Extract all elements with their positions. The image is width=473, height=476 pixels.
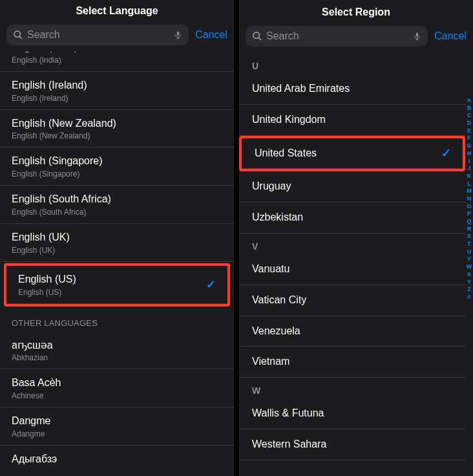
header: Select Region (239, 0, 473, 22)
region-item-label: Wallis & Futuna (252, 407, 452, 420)
language-item[interactable]: English (Ireland)English (Ireland) (0, 72, 234, 110)
index-letter[interactable]: A (467, 97, 472, 105)
cancel-button[interactable]: Cancel (434, 30, 467, 42)
region-item-label: Vietnam (252, 355, 452, 369)
svg-rect-2 (177, 32, 179, 36)
region-item[interactable]: Wallis & Futuna (239, 398, 465, 429)
index-letter[interactable]: P (467, 210, 471, 218)
language-item[interactable]: DangmeAdangme (0, 407, 234, 446)
language-item-sub: Achinese (12, 391, 222, 400)
language-item[interactable]: English (New Zealand)English (New Zealan… (0, 110, 234, 148)
index-letter[interactable]: D (467, 120, 472, 127)
index-letter[interactable]: T (467, 241, 471, 248)
index-letter[interactable]: B (467, 105, 472, 113)
region-item[interactable]: United Kingdom (239, 105, 465, 136)
svg-line-4 (258, 38, 261, 40)
region-item-label: Vatican City (252, 294, 452, 307)
svg-point-0 (14, 31, 20, 37)
index-letter[interactable]: I (468, 158, 470, 166)
region-item-label: Vanuatu (252, 263, 452, 276)
section-header-other: OTHER LANGUAGES (0, 308, 234, 332)
index-letter[interactable]: Y (467, 279, 471, 287)
language-item-label: English (Ireland) (12, 79, 222, 92)
index-letter[interactable]: G (467, 142, 471, 150)
region-item[interactable]: Venezuela (239, 316, 465, 347)
language-panel: Select Language Cancel English (India)En… (0, 0, 234, 476)
index-letter[interactable]: N (467, 195, 472, 203)
language-item[interactable]: English (UK)English (UK) (0, 224, 234, 262)
mic-icon[interactable] (413, 30, 421, 42)
svg-line-1 (19, 36, 22, 39)
index-letter[interactable]: J (467, 165, 470, 173)
page-title: Select Language (76, 5, 158, 17)
language-item[interactable]: English (India)English (India) (0, 52, 234, 72)
alpha-index[interactable]: ABCDEFGHIJKLMNOPQRSTUVWXYZ# (465, 78, 473, 476)
highlight-box: United States✓ (239, 136, 465, 172)
index-letter[interactable]: W (467, 263, 472, 271)
index-letter[interactable]: S (467, 233, 471, 241)
region-list[interactable]: UUnited Arab EmiratesUnited KingdomUnite… (239, 53, 473, 464)
index-letter[interactable]: V (467, 255, 471, 263)
language-item[interactable]: English (US)English (US)✓ (6, 266, 227, 304)
language-item[interactable]: аҧсшәаAbkhazian (0, 332, 234, 370)
search-box[interactable] (246, 26, 428, 47)
index-letter[interactable]: X (467, 271, 471, 279)
search-input[interactable] (27, 29, 170, 41)
cancel-button[interactable]: Cancel (195, 29, 227, 41)
language-item-label: English (US) (18, 273, 216, 287)
region-item[interactable]: Vanuatu (239, 254, 465, 285)
index-letter[interactable]: Q (467, 218, 471, 226)
search-icon (252, 31, 262, 41)
check-icon: ✓ (441, 146, 451, 160)
highlight-box: English (US)English (US)✓ (4, 263, 230, 307)
language-item-label: Basa Acèh (12, 376, 222, 390)
index-letter[interactable]: # (467, 294, 470, 301)
region-item[interactable]: Uzbekistan (239, 202, 465, 233)
language-item-label: аҧсшәа (12, 339, 222, 352)
language-item-label: Dangme (12, 415, 222, 428)
svg-point-3 (253, 32, 259, 38)
region-item[interactable]: United Arab Emirates (239, 74, 465, 105)
index-letter[interactable]: K (467, 173, 472, 180)
index-letter[interactable]: F (467, 135, 471, 142)
region-item-label: Uzbekistan (252, 211, 452, 224)
region-item[interactable]: Vietnam (239, 347, 465, 378)
language-item[interactable]: English (Singapore)English (Singapore) (0, 147, 234, 186)
language-item-label: English (UK) (12, 231, 222, 244)
language-list[interactable]: English (India)English (India)English (I… (0, 52, 234, 470)
region-item[interactable]: Vatican City (239, 285, 465, 316)
language-item-sub: English (Singapore) (12, 169, 222, 178)
search-row: Cancel (0, 21, 234, 52)
language-item[interactable]: Адыгабзэ (0, 446, 234, 470)
search-row: Cancel (239, 22, 473, 53)
language-item-label: Адыгабзэ (12, 453, 222, 466)
region-item[interactable]: Western Sahara (239, 429, 465, 460)
region-item-label: Venezuela (252, 325, 452, 338)
language-item[interactable]: Basa AcèhAchinese (0, 369, 234, 407)
language-item-sub: English (South Africa) (12, 208, 222, 217)
region-item[interactable]: Uruguay (239, 171, 465, 202)
page-title: Select Region (322, 6, 390, 18)
language-item-sub: English (New Zealand) (12, 131, 222, 140)
search-input[interactable] (266, 30, 409, 42)
index-letter[interactable]: L (467, 180, 471, 188)
mic-icon[interactable] (174, 29, 182, 41)
section-letter: Y (239, 460, 465, 464)
search-box[interactable] (6, 25, 189, 45)
region-panel: Select Region Cancel UUnited Arab Emirat… (239, 0, 473, 476)
language-item-sub: English (India) (12, 56, 222, 65)
index-letter[interactable]: H (467, 150, 472, 158)
region-item-label: United Arab Emirates (252, 82, 452, 96)
index-letter[interactable]: C (467, 112, 472, 120)
region-item-label: United Kingdom (252, 113, 452, 127)
language-item[interactable]: English (South Africa)English (South Afr… (0, 186, 234, 224)
index-letter[interactable]: O (467, 203, 471, 211)
index-letter[interactable]: E (467, 127, 471, 135)
index-letter[interactable]: U (467, 248, 472, 256)
region-item[interactable]: United States✓ (242, 138, 463, 169)
index-letter[interactable]: Z (467, 286, 471, 294)
index-letter[interactable]: M (467, 188, 472, 195)
region-item-label: United States (255, 147, 450, 160)
header: Select Language (0, 0, 234, 21)
index-letter[interactable]: R (467, 226, 472, 233)
